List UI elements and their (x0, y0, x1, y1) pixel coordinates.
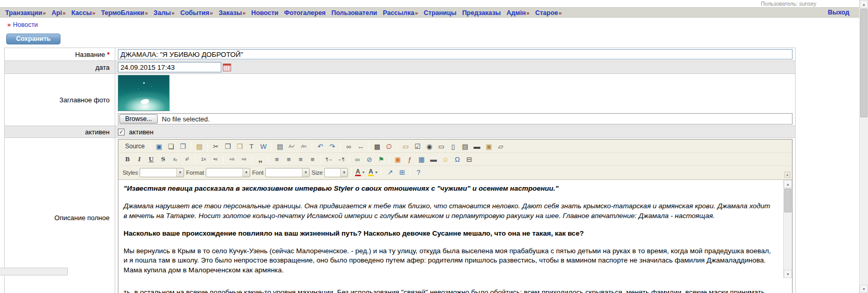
text-color-button[interactable]: A▼ (355, 167, 366, 177)
editor-document[interactable]: "Известная певица рассказала в эксклюзив… (118, 180, 792, 293)
paste-icon[interactable]: ❒ (234, 142, 245, 151)
numbered-list-icon[interactable]: 1≡ (198, 155, 209, 164)
format-combo-wrap: Format▼ (186, 168, 250, 177)
calendar-icon[interactable] (223, 64, 231, 71)
page-scrollbar-thumb[interactable] (860, 9, 867, 117)
browse-button[interactable]: Browse... (119, 114, 158, 124)
preview-icon[interactable]: ❐ (177, 142, 188, 151)
subscript-icon[interactable]: x₂ (170, 155, 180, 164)
align-right-icon[interactable]: ≡ (295, 155, 306, 164)
spell-check-icon[interactable]: A✓ (286, 142, 297, 151)
nav-item-zaly[interactable]: Залы» (154, 9, 175, 17)
scroll-up-icon[interactable]: ▲ (784, 180, 792, 188)
editor-scrollbar[interactable]: ▲ ▼ (783, 180, 792, 278)
form-icon[interactable]: ▭ (400, 142, 411, 151)
page-scrollbar[interactable]: ▲ ▼ (859, 0, 868, 293)
print-icon[interactable]: ▤ (275, 142, 285, 151)
nav-item-api[interactable]: Api» (52, 9, 66, 17)
bidi-rtl-icon[interactable]: ←¶ (336, 155, 346, 164)
paste-word-icon[interactable]: W (258, 142, 269, 151)
nav-item-fotogalereya[interactable]: Фотогалерея (284, 9, 326, 17)
checkbox-icon[interactable]: ☑ (412, 142, 423, 151)
styles-combo[interactable]: ▼ (140, 168, 184, 177)
scayt-icon[interactable]: A≈ (298, 142, 309, 151)
bulleted-list-icon[interactable]: •≡ (210, 155, 221, 164)
font-combo[interactable]: ▼ (265, 168, 310, 177)
blockquote-icon[interactable]: „ (255, 155, 266, 164)
breadcrumb-link-novosti[interactable]: Новости (13, 21, 38, 28)
copy-icon[interactable]: ❐ (222, 142, 233, 151)
indent-icon[interactable]: »≡ (238, 155, 249, 164)
horizontal-rule-icon[interactable]: ▬ (428, 155, 439, 164)
nav-item-zakazy[interactable]: Заказы» (219, 9, 246, 17)
show-blocks-icon[interactable]: ⊞ (397, 167, 407, 177)
hidden-field-icon[interactable]: ▱ (495, 142, 506, 151)
select-field-icon[interactable]: ▤ (460, 142, 470, 151)
radio-icon[interactable]: ◉ (424, 142, 435, 151)
italic-icon[interactable]: I (134, 155, 145, 164)
nav-item-kassy[interactable]: Кассы» (71, 9, 95, 17)
find-icon[interactable]: ∞ (343, 142, 354, 151)
text-field-icon[interactable]: ▭ (436, 142, 447, 151)
nav-item-predzakazy[interactable]: Предзаказы (462, 9, 501, 17)
nav-item-admin[interactable]: Адмін» (507, 9, 529, 17)
new-page-icon[interactable]: ❏ (165, 142, 176, 151)
smiley-icon[interactable]: ☺ (440, 155, 451, 164)
table-icon[interactable]: ▦ (416, 155, 427, 164)
size-combo[interactable]: ▼ (324, 168, 348, 177)
image-button-icon[interactable]: ▣ (483, 142, 494, 151)
image-icon[interactable]: ▣ (392, 155, 403, 164)
nav-item-rassylka[interactable]: Рассылка» (383, 9, 418, 17)
nav-item-novosti[interactable]: Новости (251, 9, 278, 17)
button-icon[interactable]: ▬ (471, 142, 482, 151)
align-left-icon[interactable]: ≡ (271, 155, 282, 164)
textarea-icon[interactable]: ▯ (448, 142, 459, 151)
toolbar-collapse-button[interactable]: ▴ (784, 172, 790, 178)
strikethrough-icon[interactable]: S (158, 155, 169, 164)
source-button[interactable]: Source (122, 142, 148, 151)
page-break-icon[interactable]: ⊟ (464, 155, 475, 164)
redo-icon[interactable]: ↷ (327, 142, 338, 151)
logout-link[interactable]: Выход (828, 9, 849, 16)
superscript-icon[interactable]: x² (181, 155, 192, 164)
scroll-down-icon[interactable]: ▼ (784, 270, 792, 278)
active-checkbox[interactable]: ✓ (118, 129, 125, 135)
undo-icon[interactable]: ↶ (315, 142, 326, 151)
select-all-icon[interactable]: ▩ (372, 142, 383, 151)
format-combo[interactable]: ▼ (206, 168, 250, 177)
page-scroll-down-icon[interactable]: ▼ (860, 285, 868, 293)
photo-file-input[interactable]: Browse... No file selected. (118, 113, 793, 125)
nav-item-polzovateli[interactable]: Пользователи (331, 9, 377, 17)
maximize-icon[interactable]: ↗ (385, 167, 395, 177)
remove-format-icon[interactable]: ∅ (384, 142, 394, 151)
title-input[interactable] (118, 49, 793, 59)
save-button[interactable]: Сохранить (6, 34, 60, 44)
paste-text-icon[interactable]: T (246, 142, 257, 151)
templates-icon[interactable]: ▤ (194, 142, 205, 151)
nav-item-termoblanki[interactable]: ТермоБланки» (101, 9, 148, 17)
special-char-icon[interactable]: Ω (452, 155, 463, 164)
editor-content-area[interactable]: "Известная певица рассказала в эксклюзив… (118, 180, 792, 293)
flash-icon[interactable]: ƒ (404, 155, 415, 164)
nav-item-tranzakcii[interactable]: Транзакции» (5, 9, 46, 17)
background-color-button[interactable]: A▼ (368, 167, 378, 177)
date-input[interactable] (118, 62, 221, 72)
page-scroll-up-icon[interactable]: ▲ (860, 0, 868, 8)
about-icon[interactable]: ? (413, 167, 424, 177)
bidi-ltr-icon[interactable]: ¶→ (324, 155, 334, 164)
nav-item-staroe[interactable]: Старое» (535, 9, 561, 17)
replace-icon[interactable]: ↔ (355, 142, 366, 151)
unlink-icon[interactable]: ⊘ (364, 155, 375, 164)
underline-icon[interactable]: U (146, 155, 157, 164)
editor-scrollbar-thumb[interactable] (784, 189, 791, 212)
bold-icon[interactable]: B (122, 155, 133, 164)
save-icon[interactable]: ▣ (154, 142, 164, 151)
outdent-icon[interactable]: «≡ (226, 155, 237, 164)
justify-icon[interactable]: ≡ (307, 155, 318, 164)
anchor-icon[interactable]: ⚑ (376, 155, 387, 164)
align-center-icon[interactable]: ≡ (283, 155, 294, 164)
cut-icon[interactable]: ✂ (210, 142, 221, 151)
link-icon[interactable]: ∞ (352, 155, 363, 164)
nav-item-sobytiya[interactable]: События» (180, 9, 213, 17)
nav-item-stranicy[interactable]: Страницы (424, 9, 456, 17)
